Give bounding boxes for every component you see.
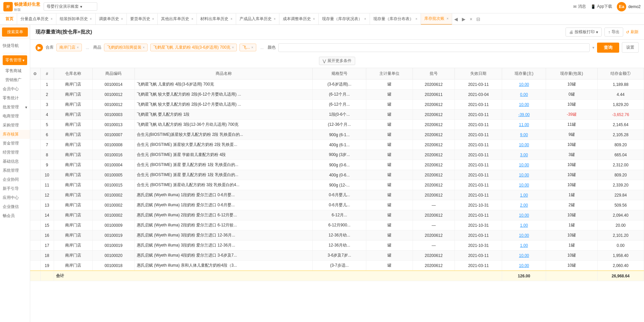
cell-qty-main[interactable]: 1.00 [502, 240, 546, 251]
product-tag-3-close-icon[interactable]: × [251, 46, 253, 49]
product-tag-1[interactable]: 飞鹤奶粉3段两提装 × [104, 44, 148, 51]
cell-qty-main[interactable]: 9.00 [502, 130, 546, 140]
export-btn[interactable]: ↑ 导出 [604, 28, 623, 37]
th-warehouse: 仓库名称 [54, 68, 93, 79]
sidebar-item-retail-stats[interactable]: 零售统计 [0, 94, 30, 103]
tab-close-icon[interactable]: × [90, 17, 92, 21]
tab-menu-btn[interactable]: ⊟ [474, 13, 482, 25]
cell-qty-main[interactable]: 11.00 [502, 120, 546, 130]
sidebar-item-finance[interactable]: 资金管理 [0, 139, 30, 148]
header-actions: 🖨 按模板打印 ▾ ↑ 导出 ↺ 刷新 [566, 28, 639, 37]
product-tag-3[interactable]: 飞... × [239, 44, 256, 51]
cell-qty-main[interactable]: 10.00 [502, 79, 546, 90]
tab-close-icon[interactable]: × [416, 17, 418, 21]
sidebar-item-retail-mgmt[interactable]: 零售管理 ▾ [3, 55, 27, 65]
filter-toggle-btn[interactable]: ▶ [36, 44, 43, 51]
tab-kucun-status[interactable]: 现存量（库存状况表） × [319, 13, 370, 25]
tab-chengbentiaoz[interactable]: 成本调整单历史 × [279, 13, 319, 25]
tab-chengpinruku[interactable]: 产成品入库单历史 × [236, 13, 279, 25]
cell-qty-main[interactable]: 10.00 [502, 160, 546, 170]
color-input[interactable] [278, 43, 590, 52]
tab-zuzhuang[interactable]: 组装拆卸单历史 × [56, 13, 96, 25]
tab-kucun-batch[interactable]: 库存批次账 × [421, 13, 452, 25]
message-btn[interactable]: ✉ 消息 [573, 4, 586, 9]
warehouse-tag-close-icon[interactable]: × [77, 46, 79, 49]
warehouse-more[interactable]: ... [85, 45, 91, 50]
sidebar-item-operations[interactable]: 经营管理 [0, 148, 30, 157]
cell-gear [30, 261, 40, 271]
tab-close-icon[interactable]: × [152, 17, 154, 21]
sidebar-item-app-center[interactable]: 应用中心 [0, 193, 30, 202]
user-info[interactable]: Ea demo2 [617, 2, 641, 11]
tab-liaochuku[interactable]: 材料出库单历史 × [197, 13, 236, 25]
warehouse-filter-tag[interactable]: 南岸门店 × [56, 44, 82, 51]
cell-gear [30, 210, 40, 220]
org-selector[interactable]: 母婴行业演示账套 ▾ [44, 2, 97, 11]
expand-conditions-btn[interactable]: ⋁ 展开更多条件 [319, 57, 355, 65]
message-label: 消息 [578, 4, 586, 9]
print-btn[interactable]: 🖨 按模板打印 ▾ [566, 28, 602, 37]
cell-unit: 罐 [366, 230, 413, 240]
sidebar-item-member-pro[interactable]: 畅会员 [0, 211, 30, 220]
sidebar-item-collab[interactable]: 企业协同 [0, 175, 30, 184]
sidebar-item-member[interactable]: 会员中心 [0, 85, 30, 94]
tab-close-all-btn[interactable]: × [468, 13, 474, 25]
cell-qty-main[interactable]: 10.00 [502, 261, 546, 271]
cell-qty-main[interactable]: 10.00 [502, 230, 546, 240]
tab-prev-btn[interactable]: ◀ [452, 13, 460, 25]
sidebar-item-retail-store[interactable]: 零售商城 [0, 66, 30, 75]
sidebar-item-purchase[interactable]: 采购管理 [0, 121, 30, 130]
sidebar-quick-nav[interactable]: 快捷导航 [0, 41, 30, 50]
tab-close-icon[interactable]: × [364, 17, 366, 21]
tab-close-icon[interactable]: × [51, 17, 53, 21]
sidebar-item-wholesale[interactable]: 批发管理▾ [0, 103, 30, 112]
sidebar-item-basic[interactable]: 基础信息 [0, 157, 30, 166]
cell-qty-main[interactable]: 0.00 [502, 90, 546, 100]
tab-close-icon[interactable]: × [313, 17, 315, 21]
cell-batch: — [413, 220, 455, 230]
sidebar-item-system[interactable]: 系统管理 [0, 166, 30, 175]
cell-unit: 罐 [366, 251, 413, 261]
tab-kucun-dist[interactable]: 现存量（库存分布表） × [370, 13, 421, 25]
cell-qty-main[interactable]: 3.00 [502, 150, 546, 160]
cell-qty-main[interactable]: -39.00 [502, 110, 546, 120]
sidebar-item-guide[interactable]: 新手引导 [0, 184, 30, 193]
cell-qty-main[interactable]: 10.00 [502, 251, 546, 261]
product-tag-2-close-icon[interactable]: × [232, 46, 234, 49]
tab-diaoBo[interactable]: 调拨单历史 × [96, 13, 127, 25]
table-header-row: ⚙ # 仓库名称 商品编码 商品名称 规格型号 主计量单位 批号 失效日期 现存… [30, 68, 644, 79]
sidebar-item-corp-wechat[interactable]: 企业微信 [0, 202, 30, 211]
settings-btn[interactable]: 设置 [622, 42, 639, 53]
refresh-btn[interactable]: ↺ 刷新 [626, 29, 639, 35]
app-download-btn[interactable]: 📱 App下载 [591, 4, 612, 9]
tab-home[interactable]: 首页 [2, 13, 17, 25]
cell-qty-main[interactable]: 10.00 [502, 170, 546, 180]
sidebar-item-marketing[interactable]: 营销推广 [0, 75, 30, 85]
cell-qty-pkg: 10罐 [546, 100, 597, 110]
search-menu-btn[interactable]: 搜索菜单 [2, 28, 28, 37]
cell-qty-main[interactable]: 10.00 [502, 180, 546, 190]
query-btn[interactable]: 查询 [597, 43, 619, 53]
tab-yaohuo[interactable]: 要货单历史 × [127, 13, 158, 25]
cell-qty-main[interactable]: 10.00 [502, 100, 546, 110]
cell-qty-main[interactable]: 10.00 [502, 140, 546, 150]
tab-next-btn[interactable]: ▶ [460, 13, 468, 25]
product-tag-2[interactable]: 飞鹤星飞帆 儿童奶粉 4段(3-6岁适用) 700克 × [150, 44, 237, 51]
product-more[interactable]: ... [259, 45, 265, 50]
cell-qty-main[interactable]: 1.00 [502, 220, 546, 230]
print-chevron-icon: ▾ [596, 30, 598, 35]
cell-qty-main[interactable]: 10.00 [502, 210, 546, 220]
tab-fenliang[interactable]: 分量盘点单历史 × [17, 13, 56, 25]
tab-close-icon[interactable]: × [121, 17, 123, 21]
cell-qty-main[interactable]: 2.00 [502, 200, 546, 210]
cell-qty-main[interactable]: 1.00 [502, 190, 546, 200]
product-tag-1-close-icon[interactable]: × [143, 46, 145, 49]
sidebar-item-inventory[interactable]: 库存核算 [0, 130, 30, 139]
cell-batch: 20200612 [413, 230, 455, 240]
tab-close-icon[interactable]: × [230, 17, 232, 21]
tab-qitachuku[interactable]: 其他出库单历史 × [158, 13, 197, 25]
tab-close-icon[interactable]: × [274, 17, 276, 21]
tab-close-icon[interactable]: × [446, 17, 448, 20]
tab-close-icon[interactable]: × [191, 17, 193, 21]
sidebar-item-ecommerce[interactable]: 电商管理 [0, 112, 30, 121]
